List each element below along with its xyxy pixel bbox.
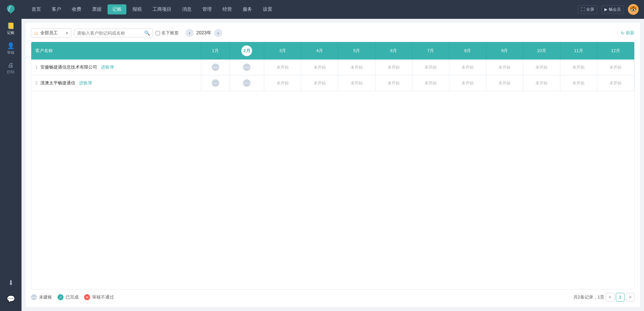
sidebar-item-ledger[interactable]: 📒 记账 xyxy=(0,19,22,39)
checkbox-label: 名下账套 xyxy=(161,30,179,36)
refresh-label: 刷新 xyxy=(626,30,635,36)
month-cell-m6[interactable]: 未开始 xyxy=(375,75,412,91)
month-cell-m1[interactable]: — xyxy=(201,75,230,91)
nav-home[interactable]: 首页 xyxy=(27,4,46,14)
month-cell-m2[interactable]: — xyxy=(230,60,264,75)
staff-select[interactable]: 🗂 全部员工 ▾ xyxy=(31,28,71,38)
enter-ledger-link[interactable]: 进账簿 xyxy=(101,65,114,70)
month-cell-m1[interactable]: — xyxy=(201,60,230,75)
year-display: 2023年 xyxy=(196,30,211,36)
search-button[interactable]: 🔍 xyxy=(142,29,153,37)
status-dash-icon: — xyxy=(243,64,250,71)
sidebar-ledger-label: 记账 xyxy=(7,30,14,35)
nav-ledger[interactable]: 记账 xyxy=(108,4,126,14)
support-icon[interactable]: 💬 xyxy=(4,292,18,306)
rejected-label: 审核不通过 xyxy=(92,294,114,300)
col-header-m12: 12月 xyxy=(597,42,634,60)
month-cell-m12[interactable]: 未开始 xyxy=(597,75,634,91)
month-cell-m5[interactable]: 未开始 xyxy=(338,75,375,91)
chevron-down-icon: ▾ xyxy=(66,31,68,36)
table-wrap[interactable]: 客户名称 1月 2月 3月 4月 5月 6月 7月 8月 9月 xyxy=(31,42,635,289)
status-not-started: 未开始 xyxy=(609,81,621,85)
nav-tax[interactable]: 报税 xyxy=(128,4,147,14)
completed-label: 已完成 xyxy=(66,294,79,300)
month-cell-m10[interactable]: 未开始 xyxy=(523,60,560,75)
print-icon: 🖨 xyxy=(8,62,14,69)
month-cell-m11[interactable]: 未开始 xyxy=(560,60,597,75)
legend-rejected: ✕ 审核不通过 xyxy=(84,294,114,300)
col-header-m2: 2月 xyxy=(230,42,264,60)
col-header-m1: 1月 xyxy=(201,42,230,60)
nav-message[interactable]: 消息 xyxy=(177,4,196,14)
status-not-started: 未开始 xyxy=(498,81,511,85)
next-year-button[interactable]: › xyxy=(214,29,222,37)
current-month-circle: 2月 xyxy=(241,45,252,56)
month-cell-m11[interactable]: 未开始 xyxy=(560,75,597,91)
month-cell-m2[interactable]: — xyxy=(230,75,264,91)
fullscreen-button[interactable]: ⛶ 全屏 xyxy=(578,5,597,14)
vip-label: 畅会员 xyxy=(609,7,621,12)
nav-operation[interactable]: 经营 xyxy=(218,4,237,14)
sidebar-item-print[interactable]: 🖨 打印 xyxy=(0,59,22,78)
nav-settings[interactable]: 设置 xyxy=(258,4,277,14)
month-cell-m10[interactable]: 未开始 xyxy=(523,75,560,91)
month-cell-m5[interactable]: 未开始 xyxy=(338,60,375,75)
month-cell-m7[interactable]: 未开始 xyxy=(412,60,449,75)
legend-completed: ✓ 已完成 xyxy=(57,294,79,300)
sidebar-print-label: 打印 xyxy=(7,70,14,75)
month-cell-m8[interactable]: 未开始 xyxy=(449,75,486,91)
status-dash-icon: — xyxy=(243,79,250,87)
enter-ledger-link[interactable]: 进账簿 xyxy=(79,80,92,85)
status-not-started: 未开始 xyxy=(277,81,289,85)
month-cell-m9[interactable]: 未开始 xyxy=(486,60,523,75)
col-header-m3: 3月 xyxy=(264,42,301,60)
topnav: 首页 客户 收费 票据 记账 报税 工商项目 消息 管理 经营 服务 设置 ⛶ … xyxy=(22,0,644,19)
row-index: 2 xyxy=(35,80,38,85)
nav-biz[interactable]: 工商项目 xyxy=(148,4,176,14)
fullscreen-icon: ⛶ xyxy=(581,7,585,12)
refresh-icon: ↻ xyxy=(621,31,625,36)
month-cell-m8[interactable]: 未开始 xyxy=(449,60,486,75)
avatar[interactable]: 🐯 xyxy=(628,4,639,15)
nav-service[interactable]: 服务 xyxy=(238,4,257,14)
vip-icon: ▶ xyxy=(604,7,607,12)
month-cell-m4[interactable]: 未开始 xyxy=(301,75,338,91)
nav-customer[interactable]: 客户 xyxy=(47,4,66,14)
col-header-m4: 4月 xyxy=(301,42,338,60)
prev-page-button[interactable]: < xyxy=(606,293,614,302)
not-created-label: 未建账 xyxy=(39,294,52,300)
nav-fee[interactable]: 收费 xyxy=(67,4,86,14)
ledger-icon: 📒 xyxy=(7,22,14,30)
sidebar: 📒 记账 👤 审核 🖨 打印 ⬇ 💬 xyxy=(0,0,22,311)
next-page-button[interactable]: > xyxy=(626,293,635,302)
status-not-started: 未开始 xyxy=(351,65,363,70)
download-icon[interactable]: ⬇ xyxy=(5,276,16,289)
subsidiary-checkbox[interactable] xyxy=(156,31,160,35)
col-header-m11: 11月 xyxy=(560,42,597,60)
month-cell-m9[interactable]: 未开始 xyxy=(486,75,523,91)
vip-button[interactable]: ▶ 畅会员 xyxy=(601,5,624,14)
month-cell-m6[interactable]: 未开始 xyxy=(375,60,412,75)
month-cell-m3[interactable]: 未开始 xyxy=(264,60,301,75)
main-wrap: 首页 客户 收费 票据 记账 报税 工商项目 消息 管理 经营 服务 设置 ⛶ … xyxy=(22,0,644,311)
checkbox-wrap[interactable]: 名下账套 xyxy=(156,30,179,36)
search-input[interactable] xyxy=(74,29,142,37)
col-header-m6: 6月 xyxy=(375,42,412,60)
status-dash-icon: — xyxy=(212,79,219,87)
col-header-m10: 10月 xyxy=(523,42,560,60)
month-cell-m12[interactable]: 未开始 xyxy=(597,60,634,75)
logo-icon xyxy=(5,3,17,15)
staff-select-label: 全部员工 xyxy=(40,30,58,36)
month-cell-m4[interactable]: 未开始 xyxy=(301,60,338,75)
month-cell-m3[interactable]: 未开始 xyxy=(264,75,301,91)
refresh-button[interactable]: ↻ 刷新 xyxy=(621,30,635,36)
status-not-started: 未开始 xyxy=(277,65,289,70)
status-not-started: 未开始 xyxy=(535,65,548,70)
nav-invoice[interactable]: 票据 xyxy=(87,4,106,14)
sidebar-item-audit[interactable]: 👤 审核 xyxy=(0,39,22,59)
not-created-icon: — xyxy=(31,294,37,300)
col-header-name: 客户名称 xyxy=(31,42,201,60)
nav-manage[interactable]: 管理 xyxy=(198,4,216,14)
month-cell-m7[interactable]: 未开始 xyxy=(412,75,449,91)
prev-year-button[interactable]: ‹ xyxy=(186,29,194,37)
